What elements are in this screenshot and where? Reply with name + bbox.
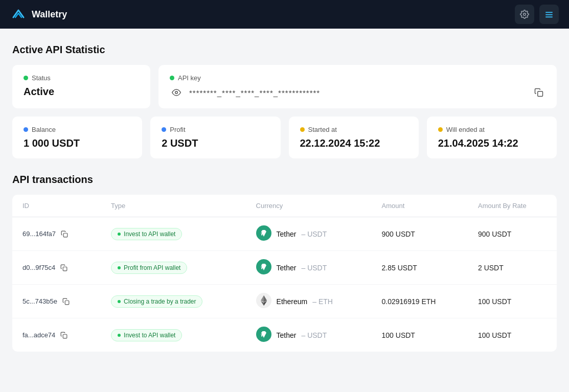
tx-id-cell: d0...9f75c4: [12, 251, 101, 285]
page-title: Active API Statistic: [12, 44, 557, 56]
tx-type-cell: Invest to API wallet: [101, 318, 246, 352]
svg-rect-5: [538, 91, 543, 97]
type-badge: Closing a trade by a trader: [111, 295, 202, 308]
currency-ticker: – ETH: [312, 297, 333, 306]
balance-card: Balance 1 000 USDT: [12, 117, 142, 158]
will-ended-at-label: Will ended at: [438, 126, 545, 133]
settings-button[interactable]: [515, 5, 534, 24]
copy-tx-id-button[interactable]: [61, 297, 71, 306]
col-type: Type: [101, 195, 246, 217]
transactions-title: API transactions: [12, 174, 557, 186]
main-content: Active API Statistic Status Active API k…: [0, 29, 569, 367]
type-badge-dot: [118, 300, 121, 303]
will-ended-at-value: 21.04.2025 14:22: [438, 137, 545, 149]
status-dot: [24, 76, 28, 80]
api-key-masked: ********_****_****_****_************: [189, 88, 526, 97]
currency-name: Tether: [277, 230, 297, 238]
tx-id-text: d0...9f75c4: [22, 264, 55, 271]
profit-card: Profit 2 USDT: [150, 117, 280, 158]
table-body: 69...164fa7 Invest to API wallet: [12, 217, 557, 352]
table-row: 69...164fa7 Invest to API wallet: [12, 217, 557, 251]
svg-rect-6: [63, 233, 67, 237]
started-at-card: Started at 22.12.2024 15:22: [289, 117, 419, 158]
tx-type-cell: Profit from API wallet: [101, 251, 246, 285]
tx-id-text: 69...164fa7: [22, 230, 56, 238]
navbar: Walletry: [0, 0, 569, 29]
type-badge: Profit from API wallet: [111, 262, 187, 274]
currency-name: Ethereum: [277, 297, 308, 306]
copy-api-key-button[interactable]: [532, 86, 545, 99]
type-text: Invest to API wallet: [124, 230, 175, 238]
currency-icon: [256, 293, 271, 310]
type-badge: Invest to API wallet: [111, 228, 182, 240]
tx-type-cell: Closing a trade by a trader: [101, 285, 246, 318]
currency-name: Tether: [277, 331, 297, 339]
will-ended-at-card: Will ended at 21.04.2025 14:22: [427, 117, 557, 158]
tx-id-cell: 5c...743b5e: [12, 285, 101, 318]
top-cards-row: Status Active API key ********_****_****…: [12, 65, 557, 108]
currency-icon: ₮: [256, 225, 271, 242]
tx-amount-by-rate-cell: 100 USDT: [468, 285, 557, 318]
bottom-cards-row: Balance 1 000 USDT Profit 2 USDT Started…: [12, 117, 557, 158]
eye-icon: [172, 88, 181, 97]
brand-name: Walletry: [32, 9, 67, 20]
copy-icon: [62, 298, 70, 305]
started-at-dot: [300, 127, 305, 132]
table-row: d0...9f75c4 Profit from API wallet: [12, 251, 557, 285]
type-text: Profit from API wallet: [124, 264, 180, 271]
api-dot: [170, 76, 174, 80]
started-at-value: 22.12.2024 15:22: [300, 137, 407, 149]
table-row: fa...adce74 Invest to API wallet: [12, 318, 557, 352]
type-text: Closing a trade by a trader: [124, 298, 196, 305]
svg-point-0: [524, 13, 526, 16]
table-header: ID Type Currency Amount Amount By Rate: [12, 195, 557, 217]
tx-amount-cell: 900 USDT: [372, 217, 468, 251]
type-badge-dot: [118, 334, 121, 337]
tx-id-text: fa...adce74: [22, 331, 55, 339]
type-badge-dot: [118, 266, 121, 269]
copy-tx-id-button[interactable]: [60, 229, 69, 239]
balance-dot: [24, 127, 28, 132]
status-value: Active: [24, 86, 139, 98]
tx-amount-cell: 2.85 USDT: [372, 251, 468, 285]
currency-ticker: – USDT: [301, 230, 327, 238]
tx-id-cell: fa...adce74: [12, 318, 101, 352]
will-ended-at-dot: [438, 127, 443, 132]
currency-icon: ₮: [256, 259, 271, 276]
gear-icon: [520, 10, 529, 19]
currency-ticker: – USDT: [301, 264, 327, 272]
type-badge-dot: [118, 233, 121, 236]
currency-cell: ₮ Tether – USDT: [256, 259, 361, 276]
copy-tx-id-button[interactable]: [59, 331, 69, 340]
profit-dot: [162, 127, 166, 132]
tx-type-cell: Invest to API wallet: [101, 217, 246, 251]
menu-icon: [544, 10, 554, 19]
brand: Walletry: [10, 6, 67, 22]
transactions-table: ID Type Currency Amount Amount By Rate 6…: [12, 195, 557, 352]
show-api-key-button[interactable]: [170, 86, 183, 99]
currency-icon: ₮: [256, 327, 271, 343]
tx-amount-cell: 0.02916919 ETH: [372, 285, 468, 318]
balance-label: Balance: [24, 126, 131, 133]
col-id: ID: [12, 195, 101, 217]
svg-point-4: [175, 91, 178, 94]
table-row: 5c...743b5e Closing a trade by a trader: [12, 285, 557, 318]
tx-amount-by-rate-cell: 100 USDT: [468, 318, 557, 352]
transactions-table-container: ID Type Currency Amount Amount By Rate 6…: [12, 195, 557, 352]
menu-button[interactable]: [539, 5, 559, 24]
tx-amount-by-rate-cell: 900 USDT: [468, 217, 557, 251]
transactions-section: API transactions ID Type Currency Amount…: [12, 174, 557, 352]
logo-icon: [10, 6, 27, 22]
currency-ticker: – USDT: [301, 331, 327, 339]
tx-currency-cell: Ethereum – ETH: [246, 285, 372, 318]
col-currency: Currency: [246, 195, 372, 217]
currency-cell: ₮ Tether – USDT: [256, 327, 361, 343]
profit-label: Profit: [162, 126, 269, 133]
type-text: Invest to API wallet: [124, 332, 175, 339]
copy-tx-id-button[interactable]: [59, 263, 69, 272]
tx-amount-cell: 100 USDT: [372, 318, 468, 352]
currency-name: Tether: [277, 264, 297, 272]
status-card: Status Active: [12, 65, 150, 108]
copy-icon: [60, 332, 67, 339]
api-key-row: ********_****_****_****_************: [170, 86, 545, 99]
